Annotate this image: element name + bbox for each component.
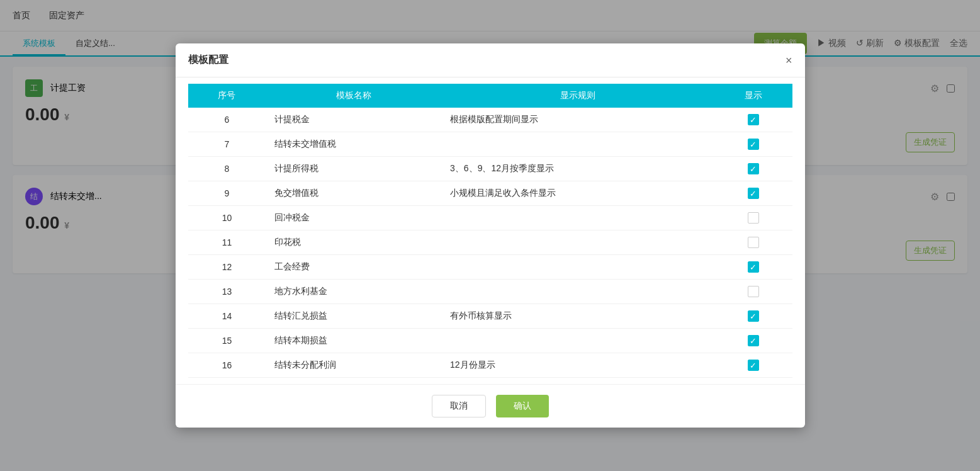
cell-index: 6: [188, 108, 266, 132]
cell-rule: [441, 280, 714, 304]
cell-name: 结转未分配利润: [266, 353, 441, 378]
cell-display[interactable]: [714, 181, 792, 206]
cell-index: 14: [188, 304, 266, 329]
cell-display[interactable]: [714, 132, 792, 157]
display-checkbox-12[interactable]: [748, 261, 759, 273]
config-table: 序号 模板名称 显示规则 显示 6计提税金根据模版配置期间显示7结转未交增值税8…: [188, 84, 792, 378]
col-rule: 显示规则: [441, 84, 714, 108]
cell-rule: 根据模版配置期间显示: [441, 108, 714, 132]
display-checkbox-9[interactable]: [748, 188, 759, 199]
col-name: 模板名称: [266, 84, 441, 108]
dialog-footer: 取消 确认: [176, 384, 805, 428]
cell-name: 计提所得税: [266, 157, 441, 181]
cell-index: 8: [188, 157, 266, 181]
col-display: 显示: [714, 84, 792, 108]
display-checkbox-16[interactable]: [748, 360, 759, 371]
table-row: 11印花税: [188, 230, 792, 255]
cell-name: 地方水利基金: [266, 280, 441, 304]
display-checkbox-15[interactable]: [748, 335, 759, 346]
table-row: 6计提税金根据模版配置期间显示: [188, 108, 792, 132]
cell-rule: 有外币核算显示: [441, 304, 714, 329]
cell-index: 12: [188, 255, 266, 280]
cell-name: 免交增值税: [266, 181, 441, 206]
cell-display[interactable]: [714, 280, 792, 304]
cell-index: 16: [188, 353, 266, 378]
cell-rule: 3、6、9、12月按季度显示: [441, 157, 714, 181]
table-header: 序号 模板名称 显示规则 显示: [188, 84, 792, 108]
table-row: 14结转汇兑损益有外币核算显示: [188, 304, 792, 329]
table-row: 9免交增值税小规模且满足收入条件显示: [188, 181, 792, 206]
cell-index: 10: [188, 206, 266, 230]
cell-index: 15: [188, 329, 266, 353]
cell-display[interactable]: [714, 329, 792, 353]
cell-rule: 小规模且满足收入条件显示: [441, 181, 714, 206]
cell-rule: [441, 132, 714, 157]
cell-name: 结转未交增值税: [266, 132, 441, 157]
display-checkbox-7[interactable]: [748, 139, 759, 150]
table-row: 7结转未交增值税: [188, 132, 792, 157]
cancel-button[interactable]: 取消: [432, 395, 486, 417]
confirm-button[interactable]: 确认: [496, 395, 549, 417]
display-checkbox-6[interactable]: [748, 114, 759, 125]
table-row: 16结转未分配利润12月份显示: [188, 353, 792, 378]
cell-name: 工会经费: [266, 255, 441, 280]
cell-name: 印花税: [266, 230, 441, 255]
table-row: 10回冲税金: [188, 206, 792, 230]
cell-display[interactable]: [714, 157, 792, 181]
col-index: 序号: [188, 84, 266, 108]
cell-name: 回冲税金: [266, 206, 441, 230]
display-checkbox-13[interactable]: [748, 286, 759, 297]
cell-rule: [441, 230, 714, 255]
cell-index: 13: [188, 280, 266, 304]
table-row: 13地方水利基金: [188, 280, 792, 304]
display-checkbox-11[interactable]: [748, 237, 759, 248]
modal-overlay: 模板配置 × 序号 模板名称 显示规则 显示 6计提税金根据模版配置期间显示7结…: [0, 0, 980, 471]
template-config-dialog: 模板配置 × 序号 模板名称 显示规则 显示 6计提税金根据模版配置期间显示7结…: [176, 43, 805, 428]
table-row: 12工会经费: [188, 255, 792, 280]
cell-name: 结转本期损益: [266, 329, 441, 353]
cell-name: 计提税金: [266, 108, 441, 132]
cell-display[interactable]: [714, 353, 792, 378]
cell-rule: 12月份显示: [441, 353, 714, 378]
dialog-header: 模板配置 ×: [176, 43, 805, 77]
table-body: 6计提税金根据模版配置期间显示7结转未交增值税8计提所得税3、6、9、12月按季…: [188, 108, 792, 378]
cell-name: 结转汇兑损益: [266, 304, 441, 329]
table-row: 15结转本期损益: [188, 329, 792, 353]
cell-display[interactable]: [714, 108, 792, 132]
table-row: 8计提所得税3、6、9、12月按季度显示: [188, 157, 792, 181]
cell-index: 9: [188, 181, 266, 206]
cell-index: 11: [188, 230, 266, 255]
cell-index: 7: [188, 132, 266, 157]
dialog-title: 模板配置: [188, 54, 228, 67]
dialog-body: 序号 模板名称 显示规则 显示 6计提税金根据模版配置期间显示7结转未交增值税8…: [176, 77, 805, 384]
display-checkbox-14[interactable]: [748, 310, 759, 322]
cell-display[interactable]: [714, 206, 792, 230]
display-checkbox-10[interactable]: [748, 212, 759, 224]
cell-rule: [441, 329, 714, 353]
cell-rule: [441, 255, 714, 280]
display-checkbox-8[interactable]: [748, 163, 759, 174]
cell-display[interactable]: [714, 230, 792, 255]
cell-display[interactable]: [714, 304, 792, 329]
dialog-close-button[interactable]: ×: [786, 55, 792, 66]
cell-rule: [441, 206, 714, 230]
cell-display[interactable]: [714, 255, 792, 280]
